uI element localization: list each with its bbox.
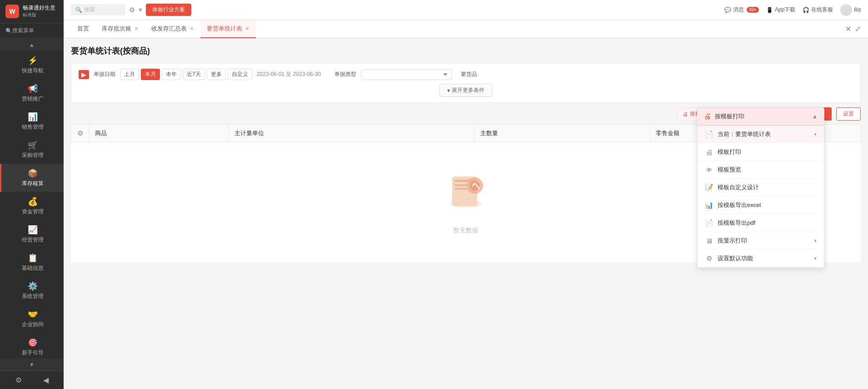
date-options: 上月 本月 本年 近7天 更多 自定义 <box>120 69 252 80</box>
customer-service-button[interactable]: 🎧 在线客服 <box>803 6 833 14</box>
topbar-gear-icon[interactable]: ⚙ <box>129 6 135 14</box>
topbar-dropdown-arrow[interactable]: ▾ <box>139 5 142 14</box>
default-setting-icon: ⚙ <box>705 254 713 263</box>
topbar-left: 🔍 搜索 ⚙ ▾ 体验行业方案 <box>71 4 724 16</box>
sidebar-item-basic[interactable]: 📋 基础信息 <box>0 248 64 277</box>
date-btn-more[interactable]: 更多 <box>207 69 226 80</box>
filter-row-date: ▶ 单据日期 上月 本月 本年 近7天 更多 自定义 2023-06-01 至 … <box>79 69 853 80</box>
purchase-icon: 🛒 <box>28 140 38 150</box>
topbar-search-icon: 🔍 <box>75 7 82 13</box>
guide-icon: 🎯 <box>28 338 38 348</box>
filter-bar: ▶ 单据日期 上月 本月 本年 近7天 更多 自定义 2023-06-01 至 … <box>71 63 861 103</box>
filter-expand-icon[interactable]: ▶ <box>79 70 89 79</box>
page-content: 要货单统计表(按商品) ▶ 单据日期 上月 本月 本年 近7天 更多 自定义 2… <box>64 38 868 389</box>
window-close-button[interactable]: ✕ <box>845 25 851 33</box>
tab-receivable-summary-close[interactable]: ✕ <box>190 25 194 32</box>
date-btn-current-month[interactable]: 本月 <box>141 69 160 80</box>
export-pdf-icon: 📄 <box>705 219 713 227</box>
dropdown-template-print[interactable]: 🖨 模板打印 <box>698 143 824 161</box>
topbar-right: 💬 消息 99+ 📱 App下载 🎧 在线客服 Rit <box>724 4 861 16</box>
sidebar: W 畅康通好生意 标准版 🔍 搜索菜单 ▲ ⚡ 快捷导航 📢 营销推广 📊 销售… <box>0 0 64 389</box>
date-btn-custom[interactable]: 自定义 <box>228 69 252 80</box>
dropdown-printer-icon: 🖨 <box>704 112 711 121</box>
sidebar-item-finance[interactable]: 💰 资金管理 <box>0 192 64 220</box>
export-excel-icon: 📊 <box>705 201 713 209</box>
sidebar-item-marketing[interactable]: 📢 营销推广 <box>0 79 64 107</box>
dropdown-export-pdf[interactable]: 📄 按模板导出pdf <box>698 214 824 232</box>
enterprise-icon: 🤝 <box>28 309 38 319</box>
sidebar-item-operations[interactable]: 📈 经营管理 <box>0 220 64 248</box>
sidebar-settings-button[interactable]: ⚙ <box>15 376 22 384</box>
basic-icon: 📋 <box>28 253 38 263</box>
type-select[interactable] <box>361 69 452 80</box>
user-avatar <box>840 4 852 16</box>
message-button[interactable]: 💬 消息 99+ <box>724 6 759 14</box>
date-btn-last7[interactable]: 近7天 <box>183 69 205 80</box>
sidebar-item-guide[interactable]: 🎯 新手引导 <box>0 333 64 359</box>
app-logo-text: 畅康通好生意 标准版 <box>23 5 55 18</box>
sales-icon: 📊 <box>28 112 38 122</box>
marketing-icon: 📢 <box>28 84 38 94</box>
date-btn-current-year[interactable]: 本年 <box>162 69 181 80</box>
dropdown-collapse-icon[interactable]: ▲ <box>812 113 818 120</box>
system-icon: ⚙️ <box>28 281 38 291</box>
app-logo-icon: W <box>5 5 19 18</box>
topbar-search-box[interactable]: 🔍 搜索 <box>71 4 125 15</box>
template-preview-icon: 👁 <box>705 166 713 174</box>
sidebar-item-inventory[interactable]: 📦 库存核算 <box>0 164 64 192</box>
col-settings-icon[interactable]: ⚙ <box>77 129 83 137</box>
main-content: 🔍 搜索 ⚙ ▾ 体验行业方案 💬 消息 99+ 📱 App下载 🎧 在线客服 <box>64 0 868 389</box>
col-settings[interactable]: ⚙ <box>71 125 90 142</box>
tab-order-stats[interactable]: 要货单统计表 ✕ <box>200 20 256 38</box>
window-maximize-button[interactable]: ⤢ <box>855 25 861 33</box>
col-unit: 主计量单位 <box>229 125 475 142</box>
sidebar-nav: ⚡ 快捷导航 📢 营销推广 📊 销售管理 🛒 采购管理 📦 库存核算 💰 资金管… <box>0 51 64 359</box>
dropdown-template-preview[interactable]: 👁 模板预览 <box>698 161 824 179</box>
dropdown-header: 🖨 按模板打印 ▲ <box>698 108 824 126</box>
app-download-button[interactable]: 📱 App下载 <box>766 6 795 14</box>
sidebar-collapse-button[interactable]: ◀ <box>43 376 49 384</box>
date-btn-prev-month[interactable]: 上月 <box>120 69 139 80</box>
sidebar-item-sales[interactable]: 📊 销售管理 <box>0 107 64 136</box>
sidebar-item-shortcut[interactable]: ⚡ 快捷导航 <box>0 51 64 79</box>
empty-illustration <box>443 170 489 219</box>
search-icon: 🔍 <box>5 28 12 34</box>
tab-inventory-batch[interactable]: 库存批次账 ✕ <box>95 20 145 38</box>
settings-button[interactable]: 设置 <box>836 107 861 121</box>
tab-receivable-summary[interactable]: 收发存汇总表 ✕ <box>145 20 200 38</box>
sidebar-search[interactable]: 🔍 搜索菜单 <box>0 23 64 39</box>
tab-order-stats-close[interactable]: ✕ <box>245 25 249 32</box>
dropdown-default-setting[interactable]: ⚙ 设置默认功能 ▾ <box>698 250 824 268</box>
print-dropdown: 🖨 按模板打印 ▲ 📄 当前：要货单统计表 ▾ 🖨 模板打印 👁 <box>697 107 824 268</box>
expand-more-btn[interactable]: ▾ 展开更多条件 <box>439 84 492 97</box>
sidebar-scroll-up[interactable]: ▲ <box>27 40 37 50</box>
dropdown-display-print[interactable]: 🖥 按显示打印 ▾ <box>698 232 824 250</box>
sidebar-bottom: ⚙ ◀ <box>0 371 64 389</box>
phone-icon: 📱 <box>766 7 773 13</box>
message-icon: 💬 <box>724 7 731 13</box>
dropdown-template-design[interactable]: 📝 模板自定义设计 <box>698 179 824 197</box>
shortcut-icon: ⚡ <box>28 56 38 66</box>
current-template-arrow-icon: ▾ <box>814 131 817 137</box>
headset-icon: 🎧 <box>803 7 809 13</box>
window-buttons: ✕ ⤢ <box>845 25 861 33</box>
topbar: 🔍 搜索 ⚙ ▾ 体验行业方案 💬 消息 99+ 📱 App下载 🎧 在线客服 <box>64 0 868 20</box>
col-product: 商品 <box>90 125 229 142</box>
display-print-icon: 🖥 <box>705 237 713 245</box>
col-quantity: 主数量 <box>475 125 650 142</box>
dropdown-current-template[interactable]: 📄 当前：要货单统计表 ▾ <box>698 126 824 143</box>
operations-icon: 📈 <box>28 225 38 235</box>
template-design-icon: 📝 <box>705 183 713 192</box>
finance-icon: 💰 <box>28 197 38 207</box>
sidebar-scroll-down[interactable]: ▼ <box>27 359 37 370</box>
dropdown-export-excel[interactable]: 📊 按模板导出excel <box>698 197 824 214</box>
expand-more-row: ▾ 展开更多条件 <box>79 84 853 97</box>
user-avatar-area[interactable]: Rit <box>840 4 861 16</box>
tab-home[interactable]: 首页 <box>71 20 95 38</box>
sidebar-item-system[interactable]: ⚙️ 系统管理 <box>0 277 64 305</box>
trial-button[interactable]: 体验行业方案 <box>146 4 191 16</box>
sidebar-item-purchase[interactable]: 🛒 采购管理 <box>0 136 64 164</box>
expand-chevron-icon: ▾ <box>447 87 450 94</box>
sidebar-item-enterprise[interactable]: 🤝 企业协同 <box>0 305 64 333</box>
tab-inventory-batch-close[interactable]: ✕ <box>134 25 139 32</box>
